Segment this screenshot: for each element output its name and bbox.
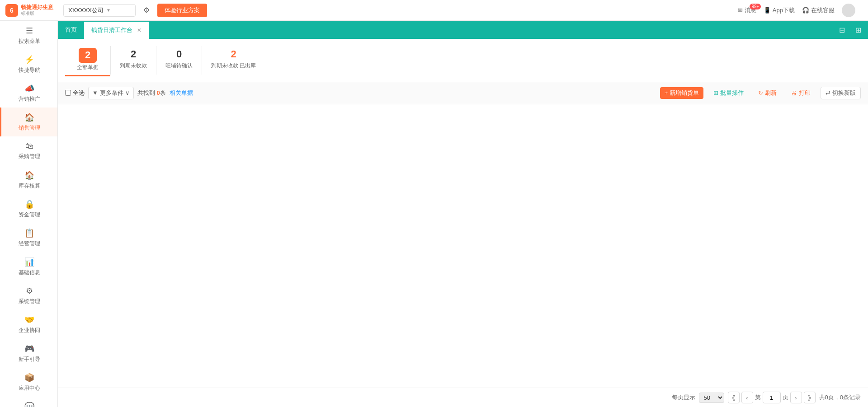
sidebar-item-search-menu[interactable]: ☰ 搜索菜单 <box>0 21 57 50</box>
batch-operation-button[interactable]: ⊞ 批量操作 <box>709 87 748 99</box>
sidebar-item-basic-info[interactable]: 📊 基础信息 <box>0 252 57 281</box>
tab-maximize-button[interactable]: ⊞ <box>852 23 864 36</box>
search-menu-icon: ☰ <box>26 26 33 36</box>
sidebar-item-sales[interactable]: 🏠 销售管理 <box>0 108 57 136</box>
found-num: 0 <box>157 89 160 96</box>
company-name: XXXXXX公司 <box>68 6 104 14</box>
page-input[interactable] <box>763 392 781 403</box>
sidebar-item-quick-nav[interactable]: ⚡ 快捷导航 <box>0 50 57 79</box>
sidebar-item-cooperation[interactable]: 🤝 企业协同 <box>0 310 57 339</box>
stat-num-wangfu: 0 <box>176 48 182 61</box>
last-page-button[interactable]: ⟫ <box>804 392 816 403</box>
related-orders-link[interactable]: 相关单据 <box>170 89 193 97</box>
stat-tab-wangfu[interactable]: 0 旺辅待确认 <box>156 44 202 76</box>
total-info: 共0页，0条记录 <box>819 393 861 402</box>
tab-bar-controls: ⊟ ⊞ <box>835 23 868 36</box>
cooperation-icon: 🤝 <box>24 315 34 325</box>
per-page-label: 每页显示 <box>672 393 695 402</box>
app-logo-icon: 6 <box>5 4 18 17</box>
sidebar-item-guide[interactable]: 🎮 新手引导 <box>0 339 57 368</box>
prev-page-button[interactable]: ‹ <box>741 392 753 403</box>
stat-num-overdue: 2 <box>131 48 136 61</box>
logo-main-text: 畅捷通好生意 <box>21 4 53 10</box>
sidebar-label-purchase: 采购管理 <box>19 153 40 160</box>
sidebar-label-operations: 经营管理 <box>19 240 40 248</box>
tab-close-icon[interactable]: ✕ <box>137 27 142 33</box>
next-page-button[interactable]: › <box>790 392 802 403</box>
stat-tab-all[interactable]: 2 全部单据 <box>65 44 110 76</box>
finance-icon: 🔒 <box>24 199 34 209</box>
stats-tabs: 2 全部单据 2 到期未收款 0 旺辅待确认 2 到期未收款 已出库 <box>58 39 868 82</box>
sidebar-item-purchase[interactable]: 🛍 采购管理 <box>0 136 57 165</box>
marketing-icon: 📣 <box>24 84 34 94</box>
batch-label: 批量操作 <box>720 89 744 97</box>
sidebar-label-finance: 资金管理 <box>19 211 40 219</box>
stat-num-all: 2 <box>79 48 97 63</box>
app-download-label: App下载 <box>773 6 795 14</box>
messages-button[interactable]: ✉ 消息 99+ <box>738 6 756 14</box>
footer: 每页显示 10 20 50 100 ⟪ ‹ 第 页 › ⟫ 共0页，0条记录 <box>58 388 868 407</box>
tab-home[interactable]: 首页 <box>58 21 84 39</box>
select-all-input[interactable] <box>65 90 71 96</box>
settings-button[interactable]: ⚙ <box>139 3 154 18</box>
stat-label-all: 全部单据 <box>77 64 99 71</box>
experience-button[interactable]: 体验行业方案 <box>157 4 207 17</box>
per-page-select[interactable]: 10 20 50 100 <box>699 393 724 403</box>
tab-qianhuowork[interactable]: 钱货日清工作台 ✕ <box>84 21 149 39</box>
found-text: 共找到 0条 <box>137 89 166 97</box>
sidebar-label-system: 系统管理 <box>19 298 40 305</box>
stat-label-overdue: 到期未收款 <box>120 62 147 70</box>
sidebar-item-wechat[interactable]: 💬 企业微信 <box>0 397 57 407</box>
system-icon: ⚙ <box>26 286 33 296</box>
sidebar-label-app-center: 应用中心 <box>19 384 40 392</box>
purchase-icon: 🛍 <box>25 141 33 151</box>
app-center-icon: 📦 <box>24 373 34 383</box>
tab-bar: 首页 钱货日清工作台 ✕ ⊟ ⊞ <box>58 21 868 39</box>
header-right: ✉ 消息 99+ 📱 App下载 🎧 在线客服 <box>738 4 863 17</box>
sidebar-item-inventory[interactable]: 🏠 库存核算 <box>0 165 57 194</box>
select-all-label: 全选 <box>73 89 85 97</box>
online-service-button[interactable]: 🎧 在线客服 <box>802 6 835 14</box>
avatar[interactable] <box>842 4 855 17</box>
print-label: 打印 <box>799 89 811 97</box>
wechat-icon: 💬 <box>24 402 34 407</box>
table-area <box>58 104 868 388</box>
add-order-button[interactable]: + 新增销货单 <box>660 87 703 99</box>
message-icon: ✉ <box>738 7 743 14</box>
sidebar: ☰ 搜索菜单 ⚡ 快捷导航 📣 营销推广 🏠 销售管理 🛍 采购管理 🏠 库存核… <box>0 21 58 407</box>
tab-minimize-button[interactable]: ⊟ <box>835 23 848 36</box>
tab-qianhuowork-label: 钱货日清工作台 <box>91 26 132 34</box>
sidebar-item-system[interactable]: ⚙ 系统管理 <box>0 281 57 310</box>
sidebar-item-marketing[interactable]: 📣 营销推广 <box>0 79 57 108</box>
refresh-button[interactable]: ↻ 刷新 <box>754 87 781 99</box>
gear-icon: ⚙ <box>143 6 150 14</box>
sidebar-label-basic-info: 基础信息 <box>19 269 40 276</box>
sidebar-label-search-menu: 搜索菜单 <box>19 37 40 45</box>
chevron-down-icon: ▼ <box>106 8 111 13</box>
logo-sub-text: 标准版 <box>21 11 53 16</box>
sidebar-item-operations[interactable]: 📋 经营管理 <box>0 223 57 252</box>
stat-tab-shipped[interactable]: 2 到期未收款 已出库 <box>202 44 265 76</box>
filter-icon: ▼ <box>92 89 98 96</box>
app-download-button[interactable]: 📱 App下载 <box>764 6 795 14</box>
first-page-button[interactable]: ⟪ <box>728 392 740 403</box>
stat-tab-overdue[interactable]: 2 到期未收款 <box>111 44 156 76</box>
select-all-checkbox[interactable]: 全选 <box>65 89 85 97</box>
sidebar-label-cooperation: 企业协同 <box>19 327 40 334</box>
print-button[interactable]: 🖨 打印 <box>787 87 815 99</box>
switch-version-button[interactable]: ⇄ 切换新版 <box>821 87 861 99</box>
company-selector[interactable]: XXXXXX公司 ▼ <box>63 4 136 17</box>
stat-label-shipped: 到期未收款 已出库 <box>211 62 256 70</box>
top-header: 6 畅捷通好生意 标准版 XXXXXX公司 ▼ ⚙ 体验行业方案 ✉ 消息 99… <box>0 0 868 21</box>
operations-icon: 📋 <box>24 228 34 238</box>
tab-home-label: 首页 <box>65 26 77 34</box>
sidebar-label-quick-nav: 快捷导航 <box>19 66 40 74</box>
messages-badge: 99+ <box>750 4 760 9</box>
sidebar-item-app-center[interactable]: 📦 应用中心 <box>0 368 57 397</box>
sidebar-item-finance[interactable]: 🔒 资金管理 <box>0 194 57 223</box>
inventory-icon: 🏠 <box>24 170 34 180</box>
quick-nav-icon: ⚡ <box>24 55 34 65</box>
toolbar: 全选 ▼ 更多条件 ∨ 共找到 0条 相关单据 + 新增销货单 ⊞ 批量操作 <box>58 82 868 104</box>
sales-icon: 🏠 <box>24 112 34 122</box>
filter-button[interactable]: ▼ 更多条件 ∨ <box>88 87 134 99</box>
